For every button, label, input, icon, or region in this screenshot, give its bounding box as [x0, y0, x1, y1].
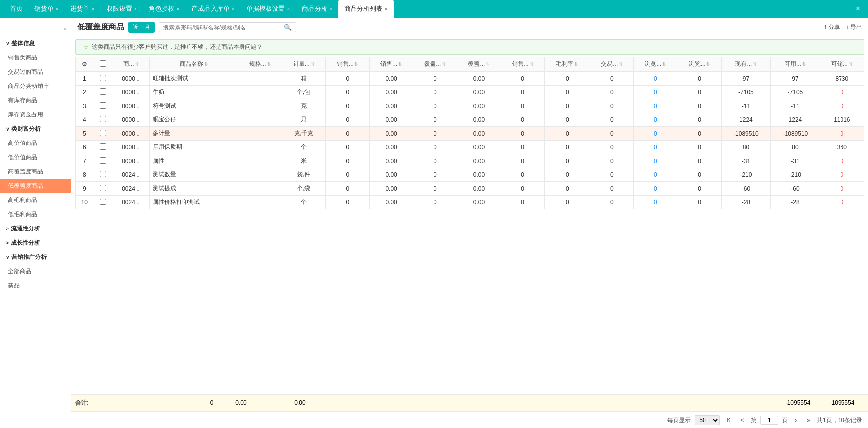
- sidebar-collapse-button[interactable]: «: [0, 22, 71, 36]
- nav-item-analysis[interactable]: 商品分析 ×: [296, 0, 338, 18]
- view1-link[interactable]: 0: [654, 199, 657, 206]
- view1-link[interactable]: 0: [654, 116, 657, 123]
- row-checkbox[interactable]: [100, 157, 106, 164]
- col-cover2[interactable]: 覆盖... ⇅: [457, 57, 501, 72]
- view1-link[interactable]: 0: [654, 130, 657, 137]
- row-checkbox[interactable]: [100, 143, 106, 150]
- table-wrapper[interactable]: ⚙ 商... ⇅ 商品名称: [71, 57, 868, 394]
- view1-link[interactable]: 0: [654, 89, 657, 96]
- col-unit[interactable]: 计量... ⇅: [282, 57, 326, 72]
- row-checkbox[interactable]: [100, 171, 106, 177]
- cell-view1[interactable]: 0: [634, 196, 678, 209]
- nav-item-purchase[interactable]: 进货单 ×: [64, 0, 100, 18]
- nav-item-sales[interactable]: 销货单 ×: [28, 0, 64, 18]
- row-checkbox[interactable]: [100, 199, 106, 205]
- window-close-button[interactable]: ×: [852, 4, 864, 13]
- sidebar-item-high-margin[interactable]: 高毛利商品: [0, 193, 71, 207]
- view1-link[interactable]: 0: [654, 75, 657, 82]
- share-button[interactable]: ⤴ 分享: [824, 23, 840, 31]
- close-icon[interactable]: ×: [55, 6, 58, 12]
- sidebar-section-liquidity[interactable]: > 流通性分析: [0, 222, 71, 236]
- settings-icon[interactable]: ⚙: [82, 61, 87, 68]
- search-input[interactable]: [163, 24, 284, 31]
- view1-link[interactable]: 0: [654, 144, 657, 151]
- cell-checkbox[interactable]: [94, 72, 112, 86]
- row-checkbox[interactable]: [100, 130, 106, 136]
- sidebar-item-low-margin[interactable]: 低毛利商品: [0, 207, 71, 222]
- col-stock2[interactable]: 可用... ⇅: [771, 57, 820, 72]
- cell-checkbox[interactable]: [94, 154, 112, 168]
- cell-checkbox[interactable]: [94, 168, 112, 182]
- col-cover1[interactable]: 覆盖... ⇅: [413, 57, 457, 72]
- sidebar-section-marketing[interactable]: ∨ 营销推广分析: [0, 250, 71, 264]
- cell-view1[interactable]: 0: [634, 168, 678, 182]
- col-sales4[interactable]: 可销... ⇅: [820, 57, 864, 72]
- search-icon[interactable]: 🔍: [284, 24, 292, 31]
- col-settings[interactable]: ⚙: [76, 57, 94, 72]
- col-stock1[interactable]: 现有... ⇅: [721, 57, 770, 72]
- page-number-input[interactable]: [760, 416, 778, 425]
- close-icon[interactable]: ×: [287, 6, 290, 12]
- cell-view1[interactable]: 0: [634, 113, 678, 127]
- sidebar-item-inventory-products[interactable]: 有库存商品: [0, 93, 71, 108]
- sidebar-item-all-products[interactable]: 全部商品: [0, 264, 71, 279]
- export-button[interactable]: ↑ 导出: [846, 23, 862, 31]
- cell-checkbox[interactable]: [94, 196, 112, 209]
- view1-link[interactable]: 0: [654, 158, 657, 165]
- view1-link[interactable]: 0: [654, 171, 657, 178]
- sidebar-item-high-coverage[interactable]: 高覆盖度商品: [0, 165, 71, 179]
- sidebar-item-category-rate[interactable]: 商品分类动销率: [0, 79, 71, 93]
- sidebar-item-low-coverage[interactable]: 低覆盖度商品: [0, 179, 71, 193]
- row-checkbox[interactable]: [100, 116, 106, 122]
- nav-item-roles[interactable]: 角色授权 ×: [143, 0, 185, 18]
- sidebar-item-traded-products[interactable]: 交易过的商品: [0, 65, 71, 79]
- last-page-button[interactable]: »: [804, 416, 813, 424]
- sidebar-section-overall[interactable]: ∨ 整体信息: [0, 36, 71, 51]
- cell-view1[interactable]: 0: [634, 127, 678, 141]
- nav-item-inbound[interactable]: 产成品入库单 ×: [186, 0, 241, 18]
- cell-checkbox[interactable]: [94, 86, 112, 99]
- nav-item-analysis-list[interactable]: 商品分析列表 ×: [338, 0, 393, 18]
- page-size-select[interactable]: 50 100 200: [695, 415, 720, 425]
- cell-checkbox[interactable]: [94, 141, 112, 154]
- cell-checkbox[interactable]: [94, 182, 112, 196]
- sidebar-item-high-value[interactable]: 高价值商品: [0, 136, 71, 150]
- cell-checkbox[interactable]: [94, 113, 112, 127]
- close-icon[interactable]: ×: [384, 6, 387, 12]
- col-view2[interactable]: 浏览... ⇅: [678, 57, 721, 72]
- sidebar-item-low-value[interactable]: 低价值商品: [0, 150, 71, 165]
- close-icon[interactable]: ×: [134, 6, 137, 12]
- cell-view1[interactable]: 0: [634, 72, 678, 86]
- col-name[interactable]: 商品名称 ⇅: [150, 57, 238, 72]
- nav-item-permissions[interactable]: 权限设置 ×: [101, 0, 143, 18]
- sidebar-item-sales-products[interactable]: 销售类商品: [0, 51, 71, 65]
- col-sales1[interactable]: 销售... ⇅: [326, 57, 369, 72]
- next-page-button[interactable]: ›: [792, 416, 800, 424]
- row-checkbox[interactable]: [100, 185, 106, 191]
- view1-link[interactable]: 0: [654, 185, 657, 192]
- cell-view1[interactable]: 0: [634, 182, 678, 196]
- row-checkbox[interactable]: [100, 75, 106, 81]
- col-sales3[interactable]: 销售... ⇅: [501, 57, 544, 72]
- cell-checkbox[interactable]: [94, 127, 112, 141]
- sidebar-item-inventory-capital[interactable]: 库存资金占用: [0, 108, 71, 122]
- close-icon[interactable]: ×: [91, 6, 94, 12]
- row-checkbox[interactable]: [100, 102, 106, 109]
- close-icon[interactable]: ×: [232, 6, 235, 12]
- cell-view1[interactable]: 0: [634, 99, 678, 113]
- col-code[interactable]: 商... ⇅: [112, 57, 150, 72]
- first-page-button[interactable]: K: [724, 416, 733, 424]
- col-sales2[interactable]: 销售... ⇅: [370, 57, 413, 72]
- filter-recent-month-button[interactable]: 近一月: [128, 22, 155, 33]
- col-view1[interactable]: 浏览... ⇅: [634, 57, 678, 72]
- select-all-checkbox[interactable]: [100, 60, 106, 67]
- cell-view1[interactable]: 0: [634, 86, 678, 99]
- row-checkbox[interactable]: [100, 88, 106, 95]
- col-trade[interactable]: 交易... ⇅: [590, 57, 634, 72]
- cell-checkbox[interactable]: [94, 99, 112, 113]
- cell-view1[interactable]: 0: [634, 154, 678, 168]
- close-icon[interactable]: ×: [329, 6, 332, 12]
- nav-item-home[interactable]: 首页: [4, 0, 28, 18]
- col-margin[interactable]: 毛利率 ⇅: [544, 57, 590, 72]
- nav-item-template[interactable]: 单据模板设置 ×: [241, 0, 296, 18]
